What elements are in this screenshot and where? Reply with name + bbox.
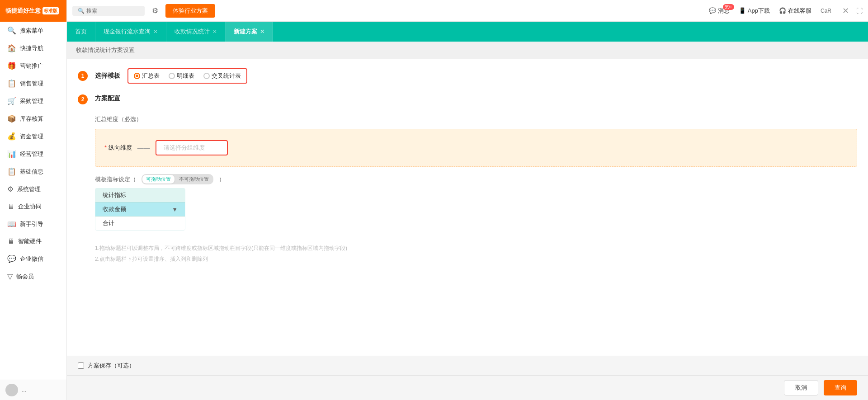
sidebar-item-newbie[interactable]: 📖新手引导 xyxy=(0,215,66,233)
funds-icon: 💰 xyxy=(7,132,16,141)
save-row: 方案保存（可选） xyxy=(67,356,868,375)
member-label: 畅会员 xyxy=(16,273,34,281)
tips-section: 1.拖动标题栏可以调整布局，不可跨维度或指标区域拖动栏目字段(只能在同一维度或指… xyxy=(95,243,857,264)
newbie-label: 新手引导 xyxy=(20,220,43,228)
gear-icon[interactable]: ⚙ xyxy=(152,6,158,15)
sidebar-item-search-menu[interactable]: 🔍搜索菜单 xyxy=(0,22,66,39)
marketing-label: 营销推广 xyxy=(20,62,43,70)
radio-cross-label: 交叉统计表 xyxy=(212,72,241,80)
username-display: CaR xyxy=(821,8,831,14)
enterprise-icon: 🖥 xyxy=(7,202,14,211)
draggable-label[interactable]: 可拖动位置 xyxy=(142,175,175,184)
section2-content: 汇总维度（必选） * 纵向维度 —— 请选择分组维度 模板指标设定（ xyxy=(95,115,857,264)
sidebar-item-quick-nav[interactable]: 🏠快捷导航 xyxy=(0,39,66,57)
section1-num: 1 xyxy=(78,71,88,81)
basic-icon: 📋 xyxy=(7,167,16,176)
sidebar-item-hardware[interactable]: 🖥智能硬件 xyxy=(0,233,66,250)
draggable-toggle[interactable]: 可拖动位置 不可拖动位置 xyxy=(142,174,213,184)
inventory-icon: 📦 xyxy=(7,114,16,123)
radio-cross[interactable]: 交叉统计表 xyxy=(203,72,241,80)
template-radio-group: 汇总表 明细表 交叉统计表 xyxy=(127,68,247,84)
search-input[interactable] xyxy=(86,8,132,14)
purchase-icon: 🛒 xyxy=(7,97,16,105)
footer-bar: 取消 查询 xyxy=(67,375,868,400)
hardware-icon: 🖥 xyxy=(7,237,14,245)
section2-title: 方案配置 xyxy=(95,94,120,103)
trial-btn[interactable]: 体验行业方案 xyxy=(165,4,215,18)
metrics-dropdown-icon[interactable]: ▼ xyxy=(172,206,178,213)
tab-cash-bank[interactable]: 现金银行流水查询✕ xyxy=(95,22,166,42)
dimension-select[interactable]: 请选择分组维度 xyxy=(156,140,228,155)
query-button[interactable]: 查询 xyxy=(824,380,857,395)
dimension-box: * 纵向维度 —— 请选择分组维度 xyxy=(95,129,857,167)
tab-new-plan-close[interactable]: ✕ xyxy=(260,28,264,35)
search-menu-label: 搜索菜单 xyxy=(20,27,43,35)
metrics-subtotal-cell: 合计 xyxy=(95,216,185,230)
operations-label: 经营管理 xyxy=(20,150,43,158)
radio-summary[interactable]: 汇总表 xyxy=(134,72,160,80)
marketing-icon: 🎁 xyxy=(7,61,16,70)
basic-label: 基础信息 xyxy=(20,168,43,176)
notification-btn[interactable]: 💬 消息 99+ xyxy=(709,7,730,15)
search-menu-icon: 🔍 xyxy=(7,26,16,35)
sidebar-item-system[interactable]: ⚙系统管理 xyxy=(0,180,66,198)
sales-label: 销售管理 xyxy=(20,80,43,88)
member-icon: ▽ xyxy=(7,272,13,281)
window-close-btn[interactable]: ✕ xyxy=(842,6,849,16)
service-icon: 🎧 xyxy=(779,7,786,14)
sidebar-item-basic[interactable]: 📋基础信息 xyxy=(0,163,66,180)
page-breadcrumb: 收款情况统计方案设置 xyxy=(67,42,868,59)
metrics-table: 统计指标 收款金额 ▼ 合计 xyxy=(95,188,185,231)
tab-home[interactable]: 首页 xyxy=(67,22,95,42)
system-icon: ⚙ xyxy=(7,185,14,193)
radio-detail[interactable]: 明细表 xyxy=(169,72,194,80)
topbar: 🔍 ⚙ 体验行业方案 💬 消息 99+ 📱 App下载 🎧 在线客服 CaR ✕… xyxy=(67,0,868,22)
sidebar-item-funds[interactable]: 💰资金管理 xyxy=(0,127,66,145)
radio-summary-circle xyxy=(134,73,140,79)
funds-label: 资金管理 xyxy=(20,132,43,141)
sidebar-item-marketing[interactable]: 🎁营销推广 xyxy=(0,57,66,75)
non-draggable-label[interactable]: 不可拖动位置 xyxy=(175,175,212,184)
tab-receipt-stats[interactable]: 收款情况统计✕ xyxy=(166,22,226,42)
metrics-label-row: 模板指标设定（ 可拖动位置 不可拖动位置 ） xyxy=(95,174,857,184)
app-download-btn[interactable]: 📱 App下载 xyxy=(739,7,770,15)
radio-summary-label: 汇总表 xyxy=(142,72,160,80)
tab-receipt-stats-close[interactable]: ✕ xyxy=(212,28,217,35)
sidebar-item-member[interactable]: ▽畅会员 xyxy=(0,268,66,285)
search-icon: 🔍 xyxy=(78,8,85,14)
radio-cross-circle xyxy=(203,73,210,79)
sidebar-item-wechat[interactable]: 💬企业微信 xyxy=(0,250,66,268)
tip1: 1.拖动标题栏可以调整布局，不可跨维度或指标区域拖动栏目字段(只能在同一维度或指… xyxy=(95,243,857,254)
metrics-section-label: 模板指标设定（ xyxy=(95,175,136,184)
section1-row: 1 选择模板 汇总表 明细表 交叉统计表 xyxy=(78,68,857,84)
download-icon: 📱 xyxy=(739,7,746,14)
sidebar-item-inventory[interactable]: 📦库存核算 xyxy=(0,110,66,127)
dim-arrow: —— xyxy=(137,144,150,151)
wechat-label: 企业微信 xyxy=(20,255,43,263)
window-expand-btn[interactable]: ⛶ xyxy=(856,7,863,14)
metrics-column-header: 收款金额 ▼ xyxy=(95,202,185,216)
online-service-btn[interactable]: 🎧 在线客服 xyxy=(779,7,811,15)
notification-badge: 99+ xyxy=(723,4,734,10)
tab-new-plan[interactable]: 新建方案✕ xyxy=(226,22,273,42)
save-checkbox[interactable] xyxy=(78,362,84,369)
search-box[interactable]: 🔍 xyxy=(72,6,145,16)
tab-new-plan-label: 新建方案 xyxy=(234,28,257,36)
form-area: 1 选择模板 汇总表 明细表 交叉统计表 xyxy=(67,59,868,356)
sidebar-item-purchase[interactable]: 🛒采购管理 xyxy=(0,92,66,110)
operations-icon: 📊 xyxy=(7,150,16,158)
section1-title: 选择模板 xyxy=(95,72,120,80)
hardware-label: 智能硬件 xyxy=(18,237,42,245)
tab-receipt-stats-label: 收款情况统计 xyxy=(175,28,210,36)
topbar-right: 💬 消息 99+ 📱 App下载 🎧 在线客服 CaR xyxy=(709,7,831,15)
sidebar-item-sales[interactable]: 📋销售管理 xyxy=(0,75,66,92)
sidebar-item-enterprise[interactable]: 🖥企业协同 xyxy=(0,198,66,215)
sidebar-item-operations[interactable]: 📊经营管理 xyxy=(0,145,66,163)
tab-nav: 首页现金银行流水查询✕收款情况统计✕新建方案✕ xyxy=(67,22,868,42)
dimension-section-label: 汇总维度（必选） xyxy=(95,115,857,123)
cancel-button[interactable]: 取消 xyxy=(784,380,818,395)
message-icon: 💬 xyxy=(709,7,716,14)
tab-cash-bank-close[interactable]: ✕ xyxy=(153,28,158,35)
version-badge: 标准版 xyxy=(42,7,59,14)
dimension-row: * 纵向维度 —— 请选择分组维度 xyxy=(104,140,848,155)
